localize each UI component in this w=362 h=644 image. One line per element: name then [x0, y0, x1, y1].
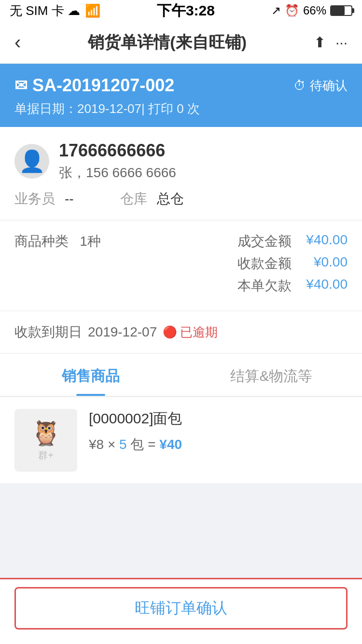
product-unit: 包 — [130, 437, 144, 452]
nav-bar: ‹ 销货单详情(来自旺铺) ⬆ ··· — [0, 21, 362, 64]
multiply-symbol: × — [108, 437, 119, 452]
product-qty: 5 — [119, 437, 127, 452]
customer-row: 👤 17666666666 张，156 6666 6666 — [14, 140, 348, 182]
product-item: 🦉 群+ [0000002]面包 ¥8 × 5 包 = ¥40 — [0, 397, 362, 483]
back-button[interactable]: ‹ — [14, 31, 21, 53]
alarm-icon: ⏰ — [285, 4, 299, 17]
confirm-order-button[interactable]: 旺铺订单确认 — [14, 587, 348, 630]
customer-meta: 业务员 -- 仓库 总仓 — [14, 190, 348, 208]
share-button[interactable]: ⬆ — [314, 34, 326, 51]
customer-phone: 17666666666 — [59, 140, 176, 161]
summary-right: 成交金额 ¥40.00 收款金额 ¥0.00 本单欠款 ¥40.00 — [237, 232, 348, 299]
customer-name: 张，156 6666 6666 — [59, 164, 176, 182]
status-right: ↗ ⏰ 66% — [271, 4, 352, 17]
salesperson-label: 业务员 — [14, 190, 55, 208]
price-unit: ¥8 — [89, 437, 104, 452]
summary-value-2: ¥40.00 — [306, 277, 348, 295]
owl-icon: 🦉 — [31, 419, 61, 447]
summary-value-0: ¥40.00 — [306, 232, 348, 251]
tab-settlement[interactable]: 结算&物流等 — [181, 354, 362, 396]
product-price: ¥8 × 5 包 = ¥40 — [89, 435, 348, 454]
summary-value-1: ¥0.00 — [314, 254, 348, 273]
overdue-icon: 🔴 — [163, 325, 177, 339]
more-button[interactable]: ··· — [335, 34, 348, 51]
page-title: 销货单详情(来自旺铺) — [88, 31, 247, 54]
order-id-text: SA-20191207-002 — [32, 75, 174, 96]
product-type-label: 商品种类 — [14, 234, 69, 249]
customer-section: 👤 17666666666 张，156 6666 6666 业务员 -- 仓库 … — [0, 127, 362, 220]
summary-row-1: 收款金额 ¥0.00 — [237, 254, 348, 273]
summary-row-0: 成交金额 ¥40.00 — [237, 232, 348, 251]
logo-text: 群+ — [38, 449, 54, 462]
product-info: [0000002]面包 ¥8 × 5 包 = ¥40 — [89, 409, 348, 454]
sim-status: 无 SIM 卡 ☁ — [10, 2, 80, 19]
location-icon: ↗ — [271, 4, 281, 17]
due-date-section: 收款到期日 2019-12-07 🔴 已逾期 — [0, 311, 362, 353]
status-bar: 无 SIM 卡 ☁ 📶 下午3:28 ↗ ⏰ 66% — [0, 0, 362, 21]
product-name: [0000002]面包 — [89, 409, 348, 429]
tabs-section: 销售商品 结算&物流等 — [0, 354, 362, 396]
battery-icon — [330, 5, 352, 16]
status-left: 无 SIM 卡 ☁ 📶 — [10, 2, 100, 19]
wifi-icon: 📶 — [85, 3, 100, 18]
product-total: ¥40 — [159, 437, 182, 452]
equals-symbol: = — [148, 437, 159, 452]
due-date-value: 2019-12-07 — [88, 324, 157, 340]
overdue-text: 已逾期 — [180, 324, 218, 341]
summary-label-1: 收款金额 — [237, 254, 292, 273]
due-date-label: 收款到期日 — [14, 323, 82, 341]
empty-space — [0, 484, 362, 581]
order-id: ✉ SA-20191207-002 — [14, 75, 174, 96]
warehouse-label: 仓库 — [120, 190, 147, 208]
summary-left: 商品种类 1种 — [14, 232, 101, 251]
product-type-value: 1种 — [80, 234, 101, 249]
avatar: 👤 — [14, 144, 49, 179]
product-logo: 🦉 群+ — [31, 419, 61, 462]
order-date: 单据日期：2019-12-07| 打印 0 次 — [14, 100, 348, 117]
tab-products[interactable]: 销售商品 — [0, 354, 181, 396]
avatar-icon: 👤 — [19, 149, 45, 174]
summary-row-2: 本单欠款 ¥40.00 — [237, 277, 348, 295]
status-time: 下午3:28 — [157, 1, 215, 21]
summary-label-0: 成交金额 — [237, 232, 292, 251]
overdue-badge: 🔴 已逾期 — [163, 324, 218, 341]
status-clock-icon: ⏱ — [293, 78, 306, 93]
order-header: ✉ SA-20191207-002 ⏱ 待确认 单据日期：2019-12-07|… — [0, 64, 362, 127]
order-icon: ✉ — [14, 76, 28, 95]
status-text: 待确认 — [310, 77, 348, 94]
warehouse-value: 总仓 — [157, 190, 184, 208]
summary-section: 商品种类 1种 成交金额 ¥40.00 收款金额 ¥0.00 本单欠款 ¥40.… — [0, 221, 362, 310]
product-thumbnail: 🦉 群+ — [14, 409, 77, 472]
bottom-bar: 旺铺订单确认 — [0, 578, 362, 644]
customer-details: 17666666666 张，156 6666 6666 — [59, 140, 176, 182]
nav-actions: ⬆ ··· — [314, 34, 348, 51]
summary-label-2: 本单欠款 — [237, 277, 292, 295]
battery-percent: 66% — [303, 4, 326, 17]
order-status: ⏱ 待确认 — [293, 77, 348, 94]
salesperson-value: -- — [65, 191, 74, 207]
